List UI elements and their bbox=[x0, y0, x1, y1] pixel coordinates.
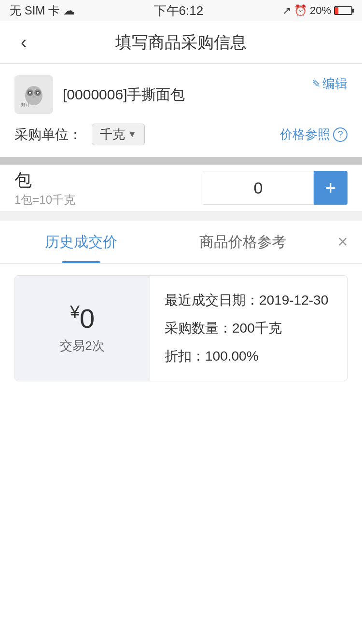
card-details-area: 最近成交日期：2019-12-30 采购数量：200千克 折扣：100.00% bbox=[150, 276, 347, 381]
recent-date-value: 2019-12-30 bbox=[259, 293, 328, 308]
svg-point-5 bbox=[29, 92, 31, 94]
back-arrow-icon: ‹ bbox=[21, 34, 27, 51]
unit-label: 采购单位： bbox=[14, 126, 82, 144]
product-thumbnail: 野计 bbox=[14, 75, 53, 114]
product-info: [0000006]手撕面包 bbox=[63, 85, 185, 105]
quantity-input-area: 0 + bbox=[203, 171, 348, 205]
status-bar: 无 SIM 卡 ☁ 下午6:12 ↗ ⏰ 20% bbox=[0, 0, 362, 21]
edit-button[interactable]: ✎ 编辑 bbox=[312, 75, 348, 92]
page-bottom bbox=[0, 393, 362, 644]
tab-content-history: ¥0 交易2次 最近成交日期：2019-12-30 采购数量：200千克 折扣：… bbox=[0, 264, 362, 393]
alarm-icon: ⏰ bbox=[294, 4, 307, 17]
purchase-quantity-row: 采购数量：200千克 bbox=[165, 318, 333, 338]
product-id-name: [0000006]手撕面包 bbox=[63, 85, 185, 105]
quantity-plus-button[interactable]: + bbox=[314, 171, 348, 205]
svg-point-6 bbox=[37, 92, 39, 94]
purchase-quantity-label: 采购数量： bbox=[165, 321, 232, 336]
battery-fill bbox=[335, 7, 338, 14]
history-card: ¥0 交易2次 最近成交日期：2019-12-30 采购数量：200千克 折扣：… bbox=[14, 275, 348, 381]
recent-date-row: 最近成交日期：2019-12-30 bbox=[165, 290, 333, 310]
trades-count: 交易2次 bbox=[60, 337, 104, 354]
close-icon: × bbox=[337, 232, 348, 252]
edit-label: 编辑 bbox=[322, 75, 348, 92]
location-icon: ↗ bbox=[282, 4, 291, 17]
tabs-container: 历史成交价 商品价格参考 × ¥0 交易2次 最近成交日期：2019-12-30… bbox=[0, 221, 362, 644]
dropdown-arrow-icon: ▼ bbox=[128, 129, 137, 140]
discount-label: 折扣： bbox=[165, 349, 205, 364]
quantity-value: 0 bbox=[254, 179, 263, 197]
quantity-input[interactable]: 0 bbox=[203, 171, 314, 205]
tab-history-price[interactable]: 历史成交价 bbox=[0, 221, 162, 263]
quantity-section: 包 1包=10千克 0 + bbox=[0, 165, 362, 211]
tab-product-price-ref[interactable]: 商品价格参考 bbox=[162, 221, 323, 263]
section-divider bbox=[0, 157, 362, 165]
tab-history-label: 历史成交价 bbox=[45, 232, 117, 252]
price-reference-button[interactable]: 价格参照 ? bbox=[280, 126, 348, 143]
status-right: ↗ ⏰ 20% bbox=[282, 4, 352, 17]
price-ref-label: 价格参照 bbox=[280, 126, 330, 143]
tabs-close-button[interactable]: × bbox=[323, 221, 362, 263]
tabs-header: 历史成交价 商品价格参考 × bbox=[0, 221, 362, 264]
quantity-unit: 包 bbox=[14, 168, 75, 192]
unit-area: 采购单位： 千克 ▼ bbox=[14, 124, 145, 145]
discount-value: 100.00% bbox=[205, 349, 259, 364]
quantity-label-area: 包 1包=10千克 bbox=[14, 168, 75, 208]
svg-text:野计: 野计 bbox=[21, 102, 30, 107]
plus-icon: + bbox=[325, 177, 336, 199]
status-time: 下午6:12 bbox=[154, 2, 204, 19]
unit-select-value: 千克 bbox=[100, 126, 125, 143]
product-header: 野计 [0000006]手撕面包 ✎ 编辑 bbox=[14, 75, 348, 114]
nav-bar: ‹ 填写商品采购信息 bbox=[0, 21, 362, 64]
product-left: 野计 [0000006]手撕面包 bbox=[14, 75, 185, 114]
purchase-quantity-value: 200千克 bbox=[232, 321, 282, 336]
battery-percent: 20% bbox=[310, 4, 331, 17]
card-price-display: ¥0 bbox=[70, 302, 95, 334]
product-image: 野计 bbox=[19, 79, 48, 111]
tab-price-ref-label: 商品价格参考 bbox=[199, 232, 286, 252]
status-left: 无 SIM 卡 ☁ bbox=[10, 3, 75, 18]
discount-row: 折扣：100.00% bbox=[165, 346, 333, 366]
page-title: 填写商品采购信息 bbox=[115, 31, 247, 54]
price-value: 0 bbox=[80, 303, 95, 333]
currency-symbol: ¥ bbox=[70, 302, 80, 322]
card-price-area: ¥0 交易2次 bbox=[15, 276, 150, 381]
recent-date-label: 最近成交日期： bbox=[165, 293, 259, 308]
sim-status: 无 SIM 卡 ☁ bbox=[10, 3, 75, 18]
unit-select-dropdown[interactable]: 千克 ▼ bbox=[92, 124, 145, 145]
quantity-conversion: 1包=10千克 bbox=[14, 192, 75, 208]
battery-indicator bbox=[334, 6, 352, 15]
help-icon: ? bbox=[333, 127, 348, 142]
back-button[interactable]: ‹ bbox=[12, 30, 36, 55]
product-unit-row: 采购单位： 千克 ▼ 价格参照 ? bbox=[14, 124, 348, 145]
product-section: 野计 [0000006]手撕面包 ✎ 编辑 采购单位： 千克 ▼ 价格参照 ? bbox=[0, 64, 362, 157]
edit-icon: ✎ bbox=[312, 78, 320, 90]
